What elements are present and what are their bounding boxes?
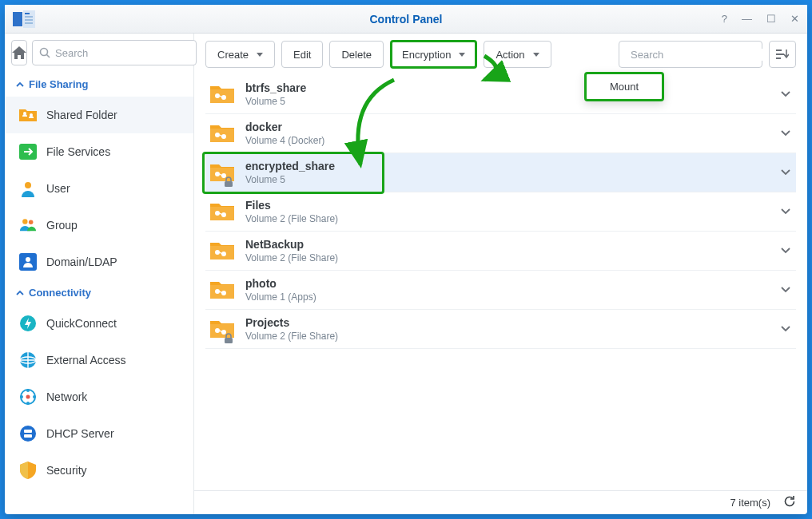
chevron-up-icon: [16, 81, 24, 89]
chevron-down-icon[interactable]: [780, 165, 791, 180]
svg-point-21: [26, 389, 30, 392]
sidebar-item-label: QuickConnect: [46, 317, 182, 330]
folder-sub: Volume 4 (Docker): [245, 135, 769, 146]
svg-point-13: [29, 220, 33, 225]
action-button[interactable]: Action: [484, 41, 551, 68]
svg-point-24: [20, 395, 23, 398]
folder-row[interactable]: btrfs_shareVolume 5: [205, 75, 796, 114]
toolbar-search-input[interactable]: [631, 49, 765, 61]
folder-name: btrfs_share: [245, 81, 769, 94]
toolbar: Create Edit Delete Encryption Action Mou…: [194, 34, 807, 75]
sidebar-item-user[interactable]: User: [5, 170, 193, 207]
create-button[interactable]: Create: [205, 41, 275, 68]
folder-row[interactable]: FilesVolume 2 (File Share): [205, 192, 796, 232]
sidebar-item-group[interactable]: Group: [5, 207, 193, 244]
svg-rect-0: [13, 12, 22, 26]
main-pane: Create Edit Delete Encryption Action Mou…: [194, 34, 807, 514]
folder-row[interactable]: ProjectsVolume 2 (File Share): [205, 310, 796, 349]
close-button[interactable]: ✕: [790, 13, 799, 25]
folder-row[interactable]: dockerVolume 4 (Docker): [205, 114, 796, 153]
sidebar-item-label: Security: [46, 464, 182, 477]
network-icon: [19, 388, 37, 406]
svg-point-8: [23, 112, 26, 115]
folder-row[interactable]: encrypted_shareVolume 5: [205, 153, 796, 192]
svg-point-6: [41, 49, 48, 56]
sidebar-item-shared-folder[interactable]: Shared Folder: [5, 97, 193, 133]
control-panel-window: Control Panel ? — ☐ ✕ File SharingShared…: [5, 5, 807, 514]
chevron-down-icon[interactable]: [780, 244, 791, 258]
sidebar-item-label: File Services: [46, 145, 182, 158]
sidebar-item-label: Domain/LDAP: [46, 256, 182, 268]
share-folder-icon: [210, 319, 234, 339]
chevron-down-icon[interactable]: [780, 87, 791, 101]
svg-point-42: [215, 289, 220, 294]
sidebar-item-label: DHCP Server: [46, 427, 182, 440]
share-folder-icon: [210, 279, 234, 300]
help-button[interactable]: ?: [722, 13, 727, 25]
chevron-up-icon: [16, 289, 24, 297]
sidebar-item-label: Shared Folder: [46, 109, 182, 121]
folder-sub: Volume 2 (File Share): [245, 331, 769, 342]
svg-point-15: [26, 257, 30, 262]
quickconnect-icon: [19, 315, 37, 332]
encryption-dropdown: Mount: [584, 72, 664, 101]
folder-sub: Volume 5: [245, 174, 769, 185]
sidebar-item-dhcp-server[interactable]: DHCP Server: [5, 415, 193, 452]
sidebar-search[interactable]: [32, 40, 197, 65]
folder-row[interactable]: photoVolume 1 (Apps): [205, 271, 796, 310]
folder-name: photo: [245, 277, 769, 290]
folder-sub: Volume 1 (Apps): [245, 291, 769, 303]
svg-point-33: [215, 133, 220, 137]
lock-icon: [223, 333, 234, 344]
sidebar-item-security[interactable]: Security: [5, 452, 193, 489]
svg-rect-2: [25, 13, 30, 14]
home-button[interactable]: [11, 40, 27, 65]
sidebar-item-network[interactable]: Network: [5, 378, 193, 415]
svg-point-25: [20, 426, 36, 442]
chevron-down-icon[interactable]: [780, 204, 791, 219]
sidebar-item-domain-ldap[interactable]: Domain/LDAP: [5, 244, 193, 280]
sidebar-search-input[interactable]: [55, 47, 189, 59]
folder-name: Projects: [245, 316, 769, 329]
share-folder-icon: [210, 240, 234, 261]
sidebar: File SharingShared FolderFile ServicesUs…: [5, 34, 194, 514]
domain-ldap-icon: [19, 253, 37, 271]
maximize-button[interactable]: ☐: [766, 13, 776, 25]
folder-row[interactable]: NetBackupVolume 2 (File Share): [205, 232, 796, 271]
sidebar-item-quickconnect[interactable]: QuickConnect: [5, 305, 193, 342]
sidebar-section-heading[interactable]: Connectivity: [5, 280, 193, 305]
svg-point-22: [33, 395, 36, 398]
svg-rect-28: [776, 50, 782, 51]
svg-rect-5: [25, 22, 33, 24]
dropdown-item-mount[interactable]: Mount: [587, 74, 662, 99]
titlebar: Control Panel ? — ☐ ✕: [5, 5, 807, 34]
sidebar-item-file-services[interactable]: File Services: [5, 133, 193, 170]
svg-point-20: [26, 395, 30, 399]
app-icon: [13, 10, 35, 28]
chevron-down-icon[interactable]: [780, 283, 791, 297]
sort-button[interactable]: [769, 41, 796, 68]
toolbar-search[interactable]: [619, 41, 762, 68]
svg-rect-26: [24, 430, 32, 433]
delete-button[interactable]: Delete: [329, 41, 384, 68]
minimize-button[interactable]: —: [742, 13, 752, 25]
svg-rect-27: [24, 434, 32, 438]
encryption-button[interactable]: Encryption: [390, 40, 477, 69]
refresh-button[interactable]: [783, 495, 796, 510]
folder-name: encrypted_share: [245, 160, 769, 172]
sidebar-section-heading[interactable]: File Sharing: [5, 72, 193, 97]
svg-rect-46: [225, 338, 233, 343]
chevron-down-icon[interactable]: [780, 322, 791, 336]
share-folder-icon: [210, 84, 234, 105]
share-folder-icon: [210, 201, 234, 222]
svg-point-9: [30, 113, 33, 117]
sidebar-item-label: Group: [46, 219, 182, 232]
security-icon: [19, 462, 37, 479]
sidebar-item-external-access[interactable]: External Access: [5, 342, 193, 378]
svg-rect-37: [225, 181, 233, 187]
chevron-down-icon[interactable]: [780, 126, 791, 141]
svg-point-38: [215, 211, 220, 216]
folder-sub: Volume 2 (File Share): [245, 213, 769, 224]
edit-button[interactable]: Edit: [281, 41, 323, 68]
item-count: 7 item(s): [730, 497, 770, 509]
